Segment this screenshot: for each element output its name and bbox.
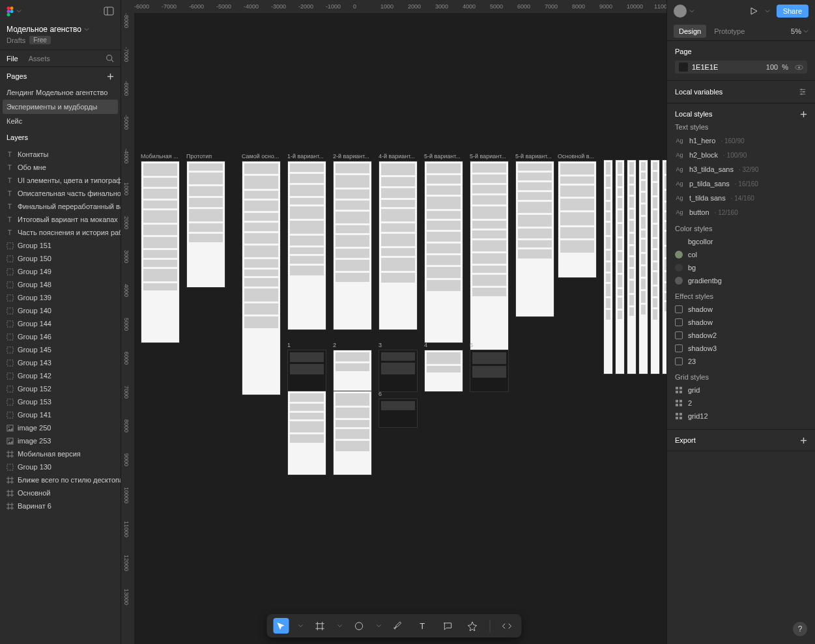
frame[interactable]	[603, 160, 613, 374]
tool-text[interactable]: T	[415, 618, 431, 634]
effect-style-item[interactable]: 23	[675, 355, 807, 368]
color-style-item[interactable]: bg	[675, 261, 807, 274]
layer-item[interactable]: TИтоговый вариант на мокапах	[0, 213, 121, 226]
frame[interactable]	[615, 160, 625, 374]
effect-style-item[interactable]: shadow3	[675, 342, 807, 355]
layer-item[interactable]: Group 152	[0, 382, 121, 395]
layer-item[interactable]: Group 143	[0, 356, 121, 369]
effect-style-item[interactable]: shadow	[675, 303, 807, 316]
frame[interactable]: Самой осно...	[242, 153, 281, 395]
add-style-icon[interactable]	[800, 111, 807, 118]
layer-item[interactable]: image 250	[0, 421, 121, 434]
panel-toggle-icon[interactable]	[104, 6, 114, 16]
layer-item[interactable]: Group 139	[0, 291, 121, 304]
frame[interactable]	[638, 160, 648, 374]
layer-item[interactable]: image 253	[0, 434, 121, 447]
layer-item[interactable]: Group 145	[0, 343, 121, 356]
tab-assets[interactable]: Assets	[29, 55, 50, 63]
effect-style-item[interactable]: shadow2	[675, 329, 807, 342]
frame[interactable]: 5-й вариант...	[470, 153, 509, 356]
frame[interactable]: 6	[379, 391, 418, 428]
tab-prototype[interactable]: Prototype	[714, 25, 745, 38]
share-button[interactable]: Share	[777, 5, 808, 18]
layer-item[interactable]: Group 149	[0, 265, 121, 278]
layer-item[interactable]: Group 142	[0, 369, 121, 382]
layer-item[interactable]: Основной	[0, 486, 121, 499]
frame[interactable]	[287, 391, 326, 475]
tool-move[interactable]	[273, 618, 289, 634]
frame[interactable]: 5-й вариант...	[424, 153, 463, 343]
tool-actions[interactable]	[465, 618, 480, 634]
layer-item[interactable]: TОбо мне	[0, 161, 121, 174]
chevron-down-icon[interactable]	[337, 623, 342, 628]
frame[interactable]: Прототип	[186, 153, 225, 288]
layer-item[interactable]: TКонтакты	[0, 148, 121, 161]
layer-item[interactable]: Group 130	[0, 460, 121, 473]
drafts-link[interactable]: Drafts	[7, 36, 25, 44]
frame[interactable]: Мобильная ...	[141, 153, 180, 343]
eye-icon[interactable]	[795, 63, 803, 72]
layer-item[interactable]: Варинат 6	[0, 499, 121, 512]
layer-item[interactable]: Group 140	[0, 304, 121, 317]
help-button[interactable]: ?	[793, 622, 807, 636]
frame[interactable]: 1-й вариант...	[287, 153, 326, 330]
bg-swatch[interactable]	[679, 63, 688, 72]
text-style-item[interactable]: Agh2_block · 100/90	[675, 148, 807, 162]
text-style-item[interactable]: Agp_tilda_sans · 16/160	[675, 176, 807, 191]
text-style-item[interactable]: Agbutton · 12/160	[675, 205, 807, 219]
layer-item[interactable]: TФинальный переработанный вар...	[0, 200, 121, 213]
layer-item[interactable]: Group 151	[0, 239, 121, 252]
frame[interactable]	[650, 160, 660, 374]
avatar[interactable]	[674, 5, 687, 18]
page-item[interactable]: Эксперименты и мудборды	[3, 100, 118, 114]
frame[interactable]: 2	[333, 342, 372, 392]
text-style-item[interactable]: Agt_tilda sans · 14/160	[675, 191, 807, 205]
layer-item[interactable]: Group 146	[0, 330, 121, 343]
tool-frame[interactable]	[312, 618, 328, 634]
add-page-icon[interactable]	[107, 73, 114, 80]
grid-style-item[interactable]: grid	[675, 384, 807, 397]
layer-item[interactable]: Мобильная версия	[0, 447, 121, 460]
search-icon[interactable]	[106, 54, 114, 63]
frame[interactable]: 5	[470, 342, 509, 392]
frame[interactable]: 3	[379, 342, 418, 392]
grid-style-item[interactable]: 2	[675, 397, 807, 410]
text-style-item[interactable]: Agh3_tilda_sans · 32/90	[675, 162, 807, 176]
frame[interactable]: 2-й вариант...	[333, 153, 372, 330]
text-style-item[interactable]: Agh1_hero · 160/90	[675, 133, 807, 148]
layer-item[interactable]: TОписательная часть финального ...	[0, 187, 121, 200]
tool-pen[interactable]	[390, 618, 406, 634]
chevron-down-icon[interactable]	[689, 8, 694, 14]
bg-opacity[interactable]: 100	[766, 63, 778, 71]
zoom-level[interactable]: 5%	[791, 27, 808, 35]
tool-shape[interactable]	[351, 618, 367, 634]
color-style-item[interactable]: col	[675, 248, 807, 261]
color-style-item[interactable]: bgcollor	[675, 235, 807, 248]
add-export-icon[interactable]	[800, 437, 807, 444]
tool-comment[interactable]	[440, 618, 455, 634]
tab-design[interactable]: Design	[674, 25, 706, 38]
effect-style-item[interactable]: shadow	[675, 316, 807, 329]
chevron-down-icon[interactable]	[298, 623, 303, 628]
frame[interactable]	[662, 160, 666, 374]
figma-logo[interactable]	[7, 7, 21, 16]
layer-item[interactable]: Group 153	[0, 395, 121, 408]
frame[interactable]: 4-й вариант...	[379, 153, 418, 330]
page-item[interactable]: Лендинг Модельное агентство	[0, 85, 121, 100]
layer-item[interactable]: Group 148	[0, 278, 121, 291]
tool-dev[interactable]	[499, 618, 515, 634]
layer-item[interactable]: TЧасть пояснения и история рабо...	[0, 226, 121, 239]
grid-style-item[interactable]: grid12	[675, 410, 807, 423]
frame[interactable]: 1	[287, 342, 326, 392]
play-icon[interactable]	[749, 7, 758, 16]
frame[interactable]	[333, 391, 372, 475]
layer-item[interactable]: TUI элементы, цвета и типографика	[0, 174, 121, 187]
project-title[interactable]: Модельное агенство	[7, 25, 114, 34]
page-item[interactable]: Кейс	[0, 114, 121, 128]
frame[interactable]: 5-й вариант...	[515, 153, 554, 317]
settings-icon[interactable]	[798, 87, 807, 96]
layer-item[interactable]: Group 141	[0, 408, 121, 421]
chevron-down-icon[interactable]	[765, 8, 770, 14]
color-style-item[interactable]: gradientbg	[675, 274, 807, 287]
frame[interactable]: 4	[424, 342, 463, 392]
